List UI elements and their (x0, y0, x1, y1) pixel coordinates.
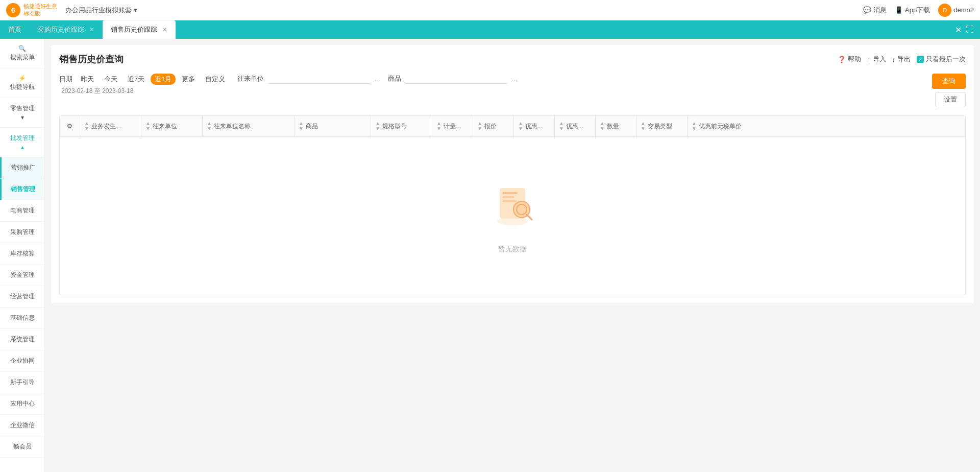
top-bar-right: 💬 消息 📱 App下载 D demo2 (863, 4, 974, 17)
settings-button[interactable]: 设置 (935, 92, 966, 107)
sidebar-item-vip[interactable]: 畅会员 (0, 436, 44, 458)
sidebar: 🔍 搜索菜单 ⚡ 快捷导航 零售管理 ▾ 批发管理 ▴ 营销推广 销售管理 电商… (0, 39, 45, 472)
maximize-icon[interactable]: ⛶ (966, 25, 974, 34)
table-header: ⚙ ▲▼ 业务发生... ▲▼ 往来单位 ▲▼ 往来单位名称 (60, 116, 965, 137)
tab-purchase-history-close[interactable]: ✕ (89, 26, 94, 33)
filter-product-group: 商品 ... (388, 74, 517, 84)
product-dots-button[interactable]: ... (511, 75, 517, 83)
tab-bar: 首页 采购历史价跟踪 ✕ 销售历史价跟踪 ✕ ✕ ⛶ (0, 20, 980, 39)
import-button[interactable]: ↑ 导入 (867, 55, 886, 64)
sidebar-item-corp-wechat[interactable]: 企业微信 (0, 415, 44, 436)
filter-partner-group: 往来单位 ... (237, 74, 380, 84)
th-partner[interactable]: ▲▼ 往来单位 (141, 116, 203, 136)
date-btn-custom[interactable]: 自定义 (201, 74, 229, 85)
sidebar-item-marketing[interactable]: 营销推广 (0, 157, 44, 179)
sidebar-item-retail[interactable]: 零售管理 ▾ (0, 98, 44, 128)
sidebar-item-enterprise[interactable]: 企业协同 (0, 350, 44, 372)
sidebar-item-guide[interactable]: 新手引导 (0, 372, 44, 393)
export-icon: ↓ (892, 56, 896, 63)
sidebar-item-inventory[interactable]: 库存核算 (0, 243, 44, 265)
date-range-display: 2023-02-18 至 2023-03-18 (61, 87, 229, 96)
sidebar-item-ecommerce[interactable]: 电商管理 (0, 200, 44, 222)
message-button[interactable]: 💬 消息 (863, 6, 887, 15)
sort-icon-qty: ▲▼ (600, 121, 605, 131)
sort-icon-partner: ▲▼ (145, 121, 151, 131)
app-selector[interactable]: 办公用品行业模拟账套 ▾ (61, 5, 141, 16)
tab-purchase-history[interactable]: 采购历史价跟踪 ✕ (30, 20, 103, 39)
date-btn-yesterday[interactable]: 昨天 (77, 74, 98, 85)
sidebar-item-quick-nav[interactable]: ⚡ 快捷导航 (0, 68, 44, 98)
logo-text: 畅捷通好生意 标准版 (23, 3, 57, 16)
user-avatar[interactable]: D demo2 (938, 4, 974, 17)
th-date[interactable]: ▲▼ 业务发生... (80, 116, 141, 136)
search-button[interactable]: 查询 (932, 74, 966, 89)
sidebar-item-app-center[interactable]: 应用中心 (0, 393, 44, 415)
th-disc2[interactable]: ▲▼ 优惠... (555, 116, 596, 136)
sort-icon-unit: ▲▼ (436, 121, 442, 131)
download-icon: 📱 (895, 6, 903, 14)
th-product[interactable]: ▲▼ 商品 (295, 116, 371, 136)
page-header: 销售历史价查询 ❓ 帮助 ↑ 导入 ↓ 导出 (59, 53, 966, 65)
th-unit[interactable]: ▲▼ 计量... (432, 116, 473, 136)
sidebar-item-system[interactable]: 系统管理 (0, 329, 44, 350)
th-price[interactable]: ▲▼ 报价 (473, 116, 514, 136)
filter-bar: 日期 昨天 今天 近7天 近1月 更多 自定义 2023-02-18 至 202… (59, 74, 966, 107)
svg-rect-4 (502, 200, 517, 202)
sidebar-item-purchase[interactable]: 采购管理 (0, 222, 44, 243)
tab-bar-actions: ✕ ⛶ (955, 25, 980, 35)
sort-icon-pretax: ▲▼ (692, 121, 697, 131)
tab-sales-history[interactable]: 销售历史价跟踪 ✕ (103, 20, 176, 39)
search-icon: 🔍 (18, 45, 26, 52)
th-pretax[interactable]: ▲▼ 优惠前无税单价 (688, 116, 965, 136)
svg-rect-3 (502, 196, 514, 198)
main-layout: 🔍 搜索菜单 ⚡ 快捷导航 零售管理 ▾ 批发管理 ▴ 营销推广 销售管理 电商… (0, 39, 980, 472)
export-button[interactable]: ↓ 导出 (892, 55, 911, 64)
th-settings[interactable]: ⚙ (60, 116, 80, 136)
tab-sales-history-close[interactable]: ✕ (162, 26, 167, 33)
partner-input[interactable] (268, 74, 370, 84)
sort-icon-product: ▲▼ (299, 121, 304, 131)
filter-date-group: 日期 昨天 今天 近7天 近1月 更多 自定义 (59, 74, 229, 85)
sort-icon-spec: ▲▼ (375, 121, 380, 131)
tab-home[interactable]: 首页 (0, 20, 30, 39)
th-disc1[interactable]: ▲▼ 优惠... (514, 116, 555, 136)
page-header-actions: ❓ 帮助 ↑ 导入 ↓ 导出 ✓ 只看最后一次 (838, 55, 966, 64)
filter-right: 查询 设置 (932, 74, 966, 107)
only-last-checkbox-label[interactable]: ✓ 只看最后一次 (917, 55, 966, 64)
sidebar-item-search[interactable]: 🔍 搜索菜单 (0, 39, 44, 68)
sort-icon-partner-name: ▲▼ (207, 121, 212, 131)
date-options: 昨天 今天 近7天 近1月 更多 自定义 (77, 74, 229, 85)
content-area: 销售历史价查询 ❓ 帮助 ↑ 导入 ↓ 导出 (45, 39, 980, 472)
avatar-image: D (938, 4, 951, 17)
th-spec[interactable]: ▲▼ 规格型号 (371, 116, 432, 136)
page-content: 销售历史价查询 ❓ 帮助 ↑ 导入 ↓ 导出 (45, 39, 980, 472)
date-btn-today[interactable]: 今天 (100, 74, 121, 85)
help-button[interactable]: ❓ 帮助 (838, 55, 861, 64)
arrow-down-icon: ▾ (21, 114, 24, 121)
import-icon: ↑ (867, 56, 871, 63)
sort-icon-date: ▲▼ (84, 121, 89, 131)
only-last-checkbox[interactable]: ✓ (917, 56, 924, 63)
table-wrapper: ⚙ ▲▼ 业务发生... ▲▼ 往来单位 ▲▼ 往来单位名称 (59, 115, 966, 295)
partner-label: 往来单位 (237, 74, 264, 83)
close-all-tabs-icon[interactable]: ✕ (955, 25, 962, 35)
sidebar-item-operations[interactable]: 经营管理 (0, 286, 44, 308)
date-btn-more[interactable]: 更多 (178, 74, 199, 85)
date-btn-1month[interactable]: 近1月 (151, 74, 176, 85)
quick-nav-icon: ⚡ (18, 75, 26, 82)
th-trade-type[interactable]: ▲▼ 交易类型 (636, 116, 688, 136)
sidebar-item-sales-mgmt[interactable]: 销售管理 (0, 179, 44, 200)
th-partner-name[interactable]: ▲▼ 往来单位名称 (203, 116, 295, 136)
sidebar-item-finance[interactable]: 资金管理 (0, 265, 44, 286)
logo-icon: 6 (6, 3, 20, 17)
product-input[interactable] (405, 74, 507, 84)
sidebar-item-wholesale[interactable]: 批发管理 ▴ (0, 128, 44, 157)
th-qty[interactable]: ▲▼ 数量 (596, 116, 636, 136)
sort-icon-disc1: ▲▼ (518, 121, 523, 131)
partner-dots-button[interactable]: ... (374, 75, 380, 83)
gear-icon: ⚙ (67, 123, 72, 130)
sort-icon-price: ▲▼ (477, 121, 482, 131)
date-btn-7days[interactable]: 近7天 (124, 74, 149, 85)
sidebar-item-basic-info[interactable]: 基础信息 (0, 308, 44, 329)
app-download-button[interactable]: 📱 App下载 (895, 6, 930, 15)
